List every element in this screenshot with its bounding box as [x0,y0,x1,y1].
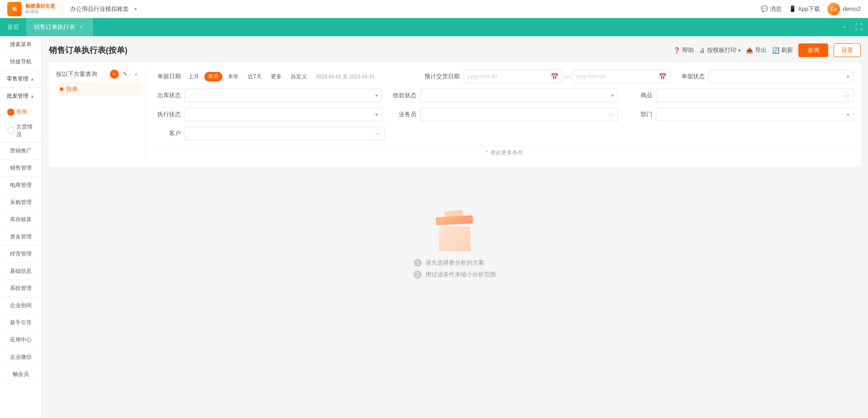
tab-home[interactable]: 首页 [0,18,27,36]
sidebar-section-retail: 零售管理 ▲ [0,71,41,88]
message-icon: 💬 [761,5,768,12]
customer-select[interactable]: ··· [184,127,385,140]
tab-maximize-icon[interactable]: ⛶ [854,22,864,33]
query-button[interactable]: 查询 [798,43,828,57]
tab-close-icon[interactable]: × [78,24,85,31]
salesperson-label: 业务员 [389,110,416,119]
salesperson-ellipsis-icon[interactable]: ··· [609,111,614,118]
sidebar-item-operation[interactable]: 经营管理 [0,246,41,263]
active-dot-icon: · [7,109,14,116]
expected-date-end[interactable]: yyyy-mm-dd 📅 [572,70,671,83]
logo-text: 畅捷通好生意 标准版 [25,3,55,14]
date-tab-last-month[interactable]: 上月 [184,72,203,81]
goods-ellipsis-icon[interactable]: ··· [844,92,849,99]
dept-select[interactable]: ▾ [656,108,854,121]
collapse-up-icon: ⌃ [484,150,489,156]
edit-scheme-icon[interactable]: ✎ [121,70,130,79]
empty-state: 1 请先选择要分析的方案 2 用过滤条件来缩小分析范围 [49,170,861,315]
sidebar-item-retail[interactable]: 零售管理 ▲ [0,71,41,87]
date-tab-this-year[interactable]: 本年 [224,72,242,81]
box-body [439,227,471,252]
expected-date-start[interactable]: yyyy-mm-dd 📅 [463,70,562,83]
page-title: 销售订单执行表(按单) [49,45,127,56]
sidebar-subitem-press-order[interactable]: · 按单 [0,104,41,119]
page-header: 销售订单执行表(按单) ❓ 帮助 🖨 按模板打印 ▾ 📤 导出 🔄 刷新 [49,43,861,57]
app-download-action[interactable]: 📱 App下载 [789,5,820,13]
sidebar-item-enterprise[interactable]: 企业协同 [0,297,41,314]
tab-sales-order[interactable]: 销售订单执行表 × [27,18,93,36]
user-info[interactable]: Ea demo2 [827,3,861,15]
date-range-display: 2023-03-01 至 2023-03-31 [316,73,375,80]
sidebar-item-member[interactable]: 畅会员 [0,366,41,383]
sidebar-item-purchase[interactable]: 采购管理 [0,194,41,211]
help-button[interactable]: ❓ 帮助 [673,46,694,54]
print-icon: 🖨 [699,47,705,54]
empty-illustration [432,206,477,252]
empty-num-1: 1 [414,259,422,267]
customer-ellipsis-icon[interactable]: ··· [375,130,381,137]
sidebar-item-wechat[interactable]: 企业微信 [0,349,41,366]
order-status-chevron-icon: ▾ [847,74,849,80]
refresh-button[interactable]: 🔄 刷新 [772,46,793,54]
sidebar-item-sales[interactable]: 销售管理 [0,160,41,177]
refresh-icon: 🔄 [772,47,779,54]
sidebar-item-quick-nav[interactable]: 快捷导航 [0,53,41,71]
date-tab-more[interactable]: 更多 [267,72,285,81]
collapse-bar[interactable]: ⌃ 收起更多条件 [154,146,854,159]
expected-date-group: yyyy-mm-dd 📅 — yyyy-mm-dd 📅 [463,70,670,83]
payment-status-chevron-icon: ▾ [611,93,614,99]
empty-text-item-1: 1 请先选择要分析的方案 [414,259,496,267]
dept-chevron-icon: ▾ [847,112,849,118]
filter-field-dept: 部门 ▾ [625,108,854,121]
sidebar-item-finance[interactable]: 资金管理 [0,228,41,246]
message-action[interactable]: 💬 消息 [761,5,782,13]
sidebar-item-base[interactable]: 基础信息 [0,263,41,280]
exec-status-chevron-icon: ▾ [375,112,378,118]
sidebar-item-ecommerce[interactable]: 电商管理 [0,177,41,194]
main-layout: 搜索菜单 快捷导航 零售管理 ▲ 批发管理 ▲ · 按单 · 欠货情况 [0,36,868,418]
out-status-chevron-icon: ▾ [375,93,378,99]
settings-button[interactable]: 设置 [834,43,861,57]
payment-status-select[interactable]: ▾ [420,89,618,102]
export-icon: 📤 [746,47,753,54]
sidebar-item-search-menu[interactable]: 搜索菜单 [0,36,41,53]
sidebar-item-wholesale[interactable]: 批发管理 ▲ [0,88,41,104]
filter-field-order-status: 单据状态 ▾ [678,70,854,83]
sidebar-item-system[interactable]: 系统管理 [0,280,41,297]
out-status-select[interactable]: ▾ [184,89,382,102]
scheme-active-dot [60,87,63,91]
print-template-button[interactable]: 🖨 按模板打印 ▾ [699,46,741,54]
salesperson-select[interactable]: ··· [420,108,618,121]
filter-field-customer: 客户 ··· [154,127,385,140]
tab-minimize-icon[interactable]: − [839,22,850,33]
app-download-icon: 📱 [789,5,796,12]
goods-select[interactable]: ··· [656,89,854,102]
company-dropdown-icon[interactable]: ▾ [134,6,137,12]
export-button[interactable]: 📤 导出 [746,46,767,54]
filter-field-out-status: 出库状态 ▾ [154,89,382,102]
top-bar-right: 💬 消息 📱 App下载 Ea demo2 [761,3,861,15]
date-tab-custom[interactable]: 自定义 [287,72,311,81]
date-tab-last7[interactable]: 近7天 [244,72,265,81]
empty-text-item-2: 2 用过滤条件来缩小分析范围 [414,271,496,279]
sidebar-item-newbie[interactable]: 新手引导 [0,314,41,332]
filter-row-3: 执行状态 ▾ 业务员 ··· [154,108,854,121]
sidebar-item-marketing[interactable]: 营销推广 [0,142,41,160]
chevron-up-icon: ▲ [30,94,35,99]
chevron-down-icon: ▲ [30,76,35,81]
sidebar-item-appstore[interactable]: 应用中心 [0,332,41,349]
filter-field-expected-date: 预计交货日期 yyyy-mm-dd 📅 — yyyy-mm-dd 📅 [425,70,670,83]
print-dropdown-icon: ▾ [738,48,741,53]
scheme-item-press-order[interactable]: 按单 [56,82,141,96]
filter-scheme-panel: 按以下方案查询 + ✎ « 按单 [56,70,146,159]
add-scheme-icon[interactable]: + [110,70,119,79]
exec-status-select[interactable]: ▾ [184,108,382,121]
calendar-end-icon: 📅 [659,73,666,80]
collapse-scheme-icon[interactable]: « [132,70,141,79]
sidebar-subitem-owe-goods[interactable]: · 欠货情况 [0,119,41,142]
sidebar-item-inventory[interactable]: 库存核算 [0,211,41,228]
filter-fields: 单据日期 上月 本月 本年 近7天 更多 自定义 2023-03-01 至 20… [146,70,854,159]
order-status-select[interactable]: ▾ [708,70,854,83]
order-status-label: 单据状态 [678,72,705,81]
date-tab-this-month[interactable]: 本月 [204,72,222,81]
